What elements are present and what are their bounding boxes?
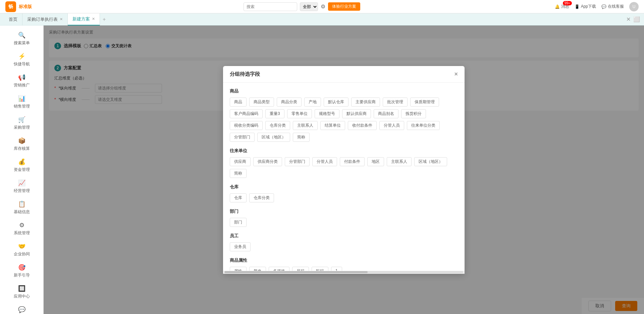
tab-new-plan[interactable]: 新建方案 ✕ bbox=[68, 13, 100, 25]
modal-close-button[interactable]: × bbox=[454, 71, 458, 78]
search-input[interactable] bbox=[244, 2, 297, 11]
field-tag-warehouse[interactable]: 仓库 bbox=[230, 193, 247, 202]
field-tag-retail-unit[interactable]: 零售单位 bbox=[287, 109, 312, 118]
tab-purchase-order[interactable]: 采购订单执行表 ✕ bbox=[22, 13, 68, 25]
sidebar-item-base-info[interactable]: 📋 基础信息 bbox=[0, 197, 43, 218]
field-tag-main-supplier[interactable]: 主要供应商 bbox=[351, 98, 380, 107]
field-tag-main-contact[interactable]: 主联系人 bbox=[293, 121, 318, 130]
department-field-tags: 部门 bbox=[230, 218, 458, 227]
field-tag-supervisor[interactable]: 分管人员 bbox=[379, 121, 404, 130]
partner-field-tags: 供应商 供应商分类 分管部门 分管人员 付款条件 地区 主联系人 区域（地区） … bbox=[230, 157, 458, 178]
field-tag-area[interactable]: 地区 bbox=[367, 157, 384, 166]
field-tag-shelf-life[interactable]: 保质期管理 bbox=[410, 98, 439, 107]
sidebar-item-purchase[interactable]: 🛒 采购管理 bbox=[0, 113, 43, 134]
field-tag-department[interactable]: 部门 bbox=[230, 218, 247, 227]
sidebar-item-quicknav[interactable]: ⚡ 快捷导航 bbox=[0, 49, 43, 70]
modal-body[interactable]: 商品 商品 商品类型 商品分类 产地 默认仓库 主要供应商 批次管理 保质期管理 bbox=[223, 83, 465, 271]
tab-new-plan-close[interactable]: ✕ bbox=[92, 17, 95, 21]
field-tag-supplier-category[interactable]: 供应商分类 bbox=[253, 157, 282, 166]
field-tag-dept[interactable]: 分管部门 bbox=[230, 133, 255, 142]
tab-bar-close-icon[interactable]: ✕ bbox=[626, 16, 631, 22]
sidebar-item-inventory[interactable]: 📦 库存核算 bbox=[0, 134, 43, 155]
tab-purchase-order-close[interactable]: ✕ bbox=[60, 17, 63, 21]
app-download-nav[interactable]: 📱 App下载 bbox=[575, 4, 596, 9]
field-tag-manage-person[interactable]: 分管人员 bbox=[312, 157, 337, 166]
sidebar-item-apps[interactable]: 🔲 应用中心 bbox=[0, 281, 43, 303]
field-tag-region[interactable]: 区域（地区） bbox=[257, 133, 290, 142]
field-tag-settlement-unit[interactable]: 结算单位 bbox=[320, 121, 345, 130]
sidebar-item-guide[interactable]: 🎯 新手引导 bbox=[0, 260, 43, 281]
sidebar-item-operations[interactable]: 📈 经营管理 bbox=[0, 176, 43, 197]
sidebar-item-collab[interactable]: 🤝 企业协同 bbox=[0, 239, 43, 260]
field-tag-tax-code[interactable]: 税收分类编码 bbox=[230, 121, 263, 130]
header-search: 全部 ⚙ 体验行业方案 bbox=[244, 2, 360, 11]
sidebar-item-guide-label: 新手引导 bbox=[14, 272, 30, 278]
sidebar-item-finance[interactable]: 💰 资金管理 bbox=[0, 155, 43, 176]
field-tag-attribute[interactable]: 属性 bbox=[230, 267, 247, 271]
apps-icon: 🔲 bbox=[18, 285, 25, 292]
sidebar-item-wechat[interactable]: 💬 企业微信 bbox=[0, 303, 43, 314]
field-tag-alias[interactable]: 商品别名 bbox=[374, 109, 398, 118]
tab-bar-expand-icon[interactable]: ⬜ bbox=[633, 16, 640, 22]
field-tag-product-type[interactable]: 商品类型 bbox=[249, 98, 274, 107]
experience-button[interactable]: 体验行业方案 bbox=[328, 2, 360, 11]
field-tag-supplier[interactable]: 供应商 bbox=[230, 157, 251, 166]
field-tag-short-name[interactable]: 简称 bbox=[293, 133, 310, 142]
field-group-partner-title: 往来单位 bbox=[230, 148, 458, 154]
field-tag-default-supplier[interactable]: 默认供应商 bbox=[342, 109, 371, 118]
field-group-product-title: 商品 bbox=[230, 88, 458, 94]
field-tag-shoe-size[interactable]: 鞋码 bbox=[312, 267, 328, 271]
sidebar-item-operations-label: 经营管理 bbox=[14, 188, 30, 194]
field-tag-weight[interactable]: 重量3 bbox=[265, 109, 284, 118]
search-select[interactable]: 全部 bbox=[300, 2, 318, 11]
message-badge: 99+ bbox=[563, 1, 572, 5]
guide-icon: 🎯 bbox=[18, 264, 25, 271]
field-tag-salesperson[interactable]: 业务员 bbox=[230, 242, 251, 251]
field-tag-manage-dept[interactable]: 分管部门 bbox=[285, 157, 310, 166]
logo-text: 标准版 bbox=[19, 4, 32, 10]
field-tag-default-warehouse[interactable]: 默认仓库 bbox=[324, 98, 348, 107]
field-tag-size[interactable]: 尺码 bbox=[292, 267, 309, 271]
field-tag-product[interactable]: 商品 bbox=[230, 98, 247, 107]
field-tag-customer-code[interactable]: 客户商品编码 bbox=[230, 109, 263, 118]
avatar[interactable]: U bbox=[629, 2, 639, 11]
field-group-product: 商品 商品 商品类型 商品分类 产地 默认仓库 主要供应商 批次管理 保质期管理 bbox=[230, 88, 458, 142]
sidebar-item-sales[interactable]: 📊 销售管理 bbox=[0, 91, 43, 113]
employee-field-tags: 业务员 bbox=[230, 242, 458, 251]
field-tag-spec[interactable]: 规格型号 bbox=[315, 109, 339, 118]
field-tag-one[interactable]: 1 bbox=[331, 267, 342, 271]
field-tag-main-contact2[interactable]: 主联系人 bbox=[387, 157, 412, 166]
online-service-nav[interactable]: 💬 在线客服 bbox=[601, 4, 624, 9]
modal-horizontal-scrollbar[interactable] bbox=[223, 271, 465, 273]
field-group-warehouse-title: 仓库 bbox=[230, 184, 458, 190]
field-group-employee-title: 员工 bbox=[230, 233, 458, 239]
field-tag-pay-terms[interactable]: 付款条件 bbox=[340, 157, 365, 166]
field-tag-warehouse-cat[interactable]: 仓库分类 bbox=[249, 193, 274, 202]
field-tag-pick-points[interactable]: 拣货积分 bbox=[401, 109, 426, 118]
field-tag-multi-spec[interactable]: 多规格 bbox=[269, 267, 289, 271]
field-group-department-title: 部门 bbox=[230, 208, 458, 214]
sidebar-item-system[interactable]: ⚙ 系统管理 bbox=[0, 218, 43, 239]
field-tag-partner-category[interactable]: 往来单位分类 bbox=[407, 121, 440, 130]
field-tag-short-name2[interactable]: 简称 bbox=[230, 169, 247, 178]
operations-icon: 📈 bbox=[18, 179, 25, 187]
field-tag-warehouse-category[interactable]: 仓库分类 bbox=[265, 121, 290, 130]
field-tag-color[interactable]: 颜色 bbox=[249, 267, 266, 271]
tab-add-icon[interactable]: + bbox=[103, 16, 106, 22]
gear-icon[interactable]: ⚙ bbox=[321, 3, 325, 10]
message-nav[interactable]: 🔔 消息 99+ bbox=[555, 4, 569, 9]
sidebar-item-system-label: 系统管理 bbox=[14, 230, 30, 236]
collab-icon: 🤝 bbox=[18, 243, 25, 250]
field-tag-region2[interactable]: 区域（地区） bbox=[414, 157, 447, 166]
modal-overlay: 分组待选字段 × 商品 商品 商品类型 商品分类 产地 默认仓 bbox=[44, 25, 644, 314]
field-tag-batch-mgmt[interactable]: 批次管理 bbox=[383, 98, 408, 107]
field-tag-payment-terms[interactable]: 收付款条件 bbox=[348, 121, 377, 130]
sidebar-item-marketing[interactable]: 📢 营销推广 bbox=[0, 70, 43, 91]
sidebar-item-search[interactable]: 🔍 搜索菜单 bbox=[0, 28, 43, 49]
tab-home[interactable]: 首页 bbox=[4, 13, 22, 25]
field-tag-product-category[interactable]: 商品分类 bbox=[277, 98, 302, 107]
field-group-warehouse: 仓库 仓库 仓库分类 bbox=[230, 184, 458, 202]
finance-icon: 💰 bbox=[18, 158, 25, 166]
top-header: 畅 标准版 全部 ⚙ 体验行业方案 🔔 消息 99+ 📱 App下载 💬 在线 bbox=[0, 0, 644, 13]
field-tag-origin[interactable]: 产地 bbox=[304, 98, 321, 107]
